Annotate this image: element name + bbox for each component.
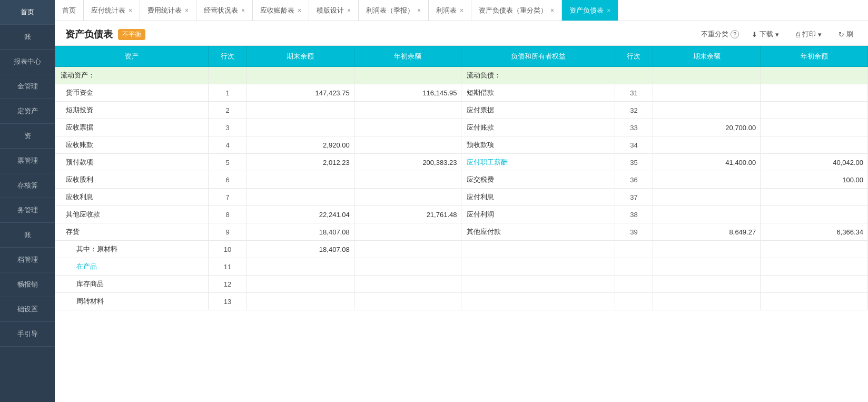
sidebar-item-investment[interactable]: 资 bbox=[0, 124, 55, 149]
left-item-name: 应收账款 bbox=[55, 136, 209, 154]
left-row-num: 4 bbox=[209, 136, 247, 154]
right-begin-balance: 40,042.00 bbox=[761, 154, 868, 171]
right-row-num: 34 bbox=[615, 136, 653, 154]
right-begin-balance bbox=[761, 276, 868, 293]
tab-balance-reclassified[interactable]: 资产负债表（重分类） × bbox=[471, 0, 562, 21]
download-button[interactable]: ⬇ 下载 ▾ bbox=[747, 27, 783, 41]
left-row-num: 10 bbox=[209, 241, 247, 258]
left-begin-balance bbox=[354, 102, 461, 119]
left-begin-balance: 116,145.95 bbox=[354, 84, 461, 102]
left-row-num: 1 bbox=[209, 84, 247, 102]
sidebar-item-archive[interactable]: 档管理 bbox=[0, 248, 55, 272]
left-row-num: 13 bbox=[209, 293, 247, 310]
table-row: 其他应收款 8 22,241.04 21,761.48 应付利润 38 bbox=[55, 206, 868, 223]
close-tab-balance-reclassified[interactable]: × bbox=[550, 7, 554, 14]
section-left-label: 流动资产： bbox=[55, 67, 209, 84]
page-title-area: 资产负债表 不平衡 bbox=[65, 28, 145, 41]
close-tab-balance-sheet[interactable]: × bbox=[607, 7, 610, 14]
left-item-name: 库存商品 bbox=[55, 276, 209, 293]
left-begin-balance bbox=[354, 241, 461, 258]
left-item-name: 周转材料 bbox=[55, 293, 209, 310]
close-tab-operations[interactable]: × bbox=[241, 7, 245, 14]
tab-balance-sheet[interactable]: 资产负债表 × bbox=[562, 0, 618, 21]
sidebar-item-settings[interactable]: 础设置 bbox=[0, 297, 55, 322]
left-item-name: 存货 bbox=[55, 223, 209, 241]
sidebar-item-guide[interactable]: 手引导 bbox=[0, 322, 55, 347]
col-liabilities: 负债和所有者权益 bbox=[461, 46, 615, 67]
close-tab-expense-stats[interactable]: × bbox=[185, 7, 189, 14]
right-begin-balance bbox=[761, 293, 868, 310]
right-row-num bbox=[615, 293, 653, 310]
sidebar-item-ledger[interactable]: 账 bbox=[0, 223, 55, 248]
tab-payable-stats[interactable]: 应付统计表 × bbox=[84, 0, 140, 21]
col-end-balance-right: 期末余额 bbox=[653, 46, 761, 67]
col-begin-balance-right: 年初余额 bbox=[761, 46, 868, 67]
right-begin-balance bbox=[761, 258, 868, 276]
download-icon: ⬇ bbox=[752, 31, 757, 38]
right-item-name bbox=[461, 258, 615, 276]
left-row-num: 12 bbox=[209, 276, 247, 293]
close-tab-receivable-aging[interactable]: × bbox=[298, 7, 301, 14]
left-end-balance: 22,241.04 bbox=[246, 206, 354, 223]
refresh-button[interactable]: ↻ 刷 bbox=[834, 27, 857, 41]
left-row-num: 2 bbox=[209, 102, 247, 119]
col-assets: 资产 bbox=[55, 46, 209, 67]
right-end-balance bbox=[653, 276, 761, 293]
tab-home[interactable]: 首页 bbox=[55, 0, 84, 21]
left-begin-balance bbox=[354, 276, 461, 293]
left-end-balance: 18,407.08 bbox=[246, 223, 354, 241]
sidebar-item-assets[interactable]: 定资产 bbox=[0, 99, 55, 124]
right-row-num bbox=[615, 258, 653, 276]
sidebar-item-inventory[interactable]: 存核算 bbox=[0, 173, 55, 198]
close-tab-payable-stats[interactable]: × bbox=[129, 7, 132, 14]
section-right-label: 流动负债： bbox=[461, 67, 615, 84]
right-begin-balance: 6,366.34 bbox=[761, 223, 868, 241]
left-begin-balance: 200,383.23 bbox=[354, 154, 461, 171]
left-end-balance bbox=[246, 189, 354, 206]
left-end-balance: 18,407.08 bbox=[246, 241, 354, 258]
table-row: 在产品 11 bbox=[55, 258, 868, 276]
left-row-num: 3 bbox=[209, 119, 247, 136]
right-item-name: 应付利润 bbox=[461, 206, 615, 223]
table-row: 应收股利 6 应交税费 36 100.00 bbox=[55, 171, 868, 189]
sidebar-item-account[interactable]: 账 bbox=[0, 25, 55, 50]
right-end-balance bbox=[653, 258, 761, 276]
left-item-name: 应收票据 bbox=[55, 119, 209, 136]
right-row-num: 31 bbox=[615, 84, 653, 102]
table-header-row: 资产 行次 期末余额 年初余额 负债和所有者权益 行次 期末余额 年初余额 bbox=[55, 46, 868, 67]
tab-expense-stats[interactable]: 费用统计表 × bbox=[140, 0, 196, 21]
section-current-assets: 流动资产： 流动负债： bbox=[55, 67, 868, 84]
print-button[interactable]: ⎙ 打印 ▾ bbox=[792, 27, 826, 41]
close-tab-profit-quarterly[interactable]: × bbox=[417, 7, 421, 14]
right-begin-balance bbox=[761, 189, 868, 206]
table-row: 应收票据 3 应付账款 33 20,700.00 bbox=[55, 119, 868, 136]
table-row: 库存商品 12 bbox=[55, 276, 868, 293]
sidebar-item-tax[interactable]: 务管理 bbox=[0, 198, 55, 223]
tab-receivable-aging[interactable]: 应收账龄表 × bbox=[253, 0, 309, 21]
close-tab-template-design[interactable]: × bbox=[347, 7, 351, 14]
right-item-name: 应付利息 bbox=[461, 189, 615, 206]
left-item-name: 预付款项 bbox=[55, 154, 209, 171]
no-reclassify-label: 不重分类 bbox=[701, 30, 728, 39]
right-end-balance bbox=[653, 189, 761, 206]
right-item-name: 预收款项 bbox=[461, 136, 615, 154]
tab-operations[interactable]: 经营状况表 × bbox=[196, 0, 253, 21]
tab-template-design[interactable]: 模版设计 × bbox=[309, 0, 359, 21]
sidebar-item-finance[interactable]: 金管理 bbox=[0, 74, 55, 99]
right-row-num: 37 bbox=[615, 189, 653, 206]
close-tab-profit[interactable]: × bbox=[460, 7, 463, 14]
right-row-num: 36 bbox=[615, 171, 653, 189]
sidebar-item-reports[interactable]: 报表中心 bbox=[0, 50, 55, 74]
tab-profit[interactable]: 利润表 × bbox=[429, 0, 471, 21]
main-content: 首页 应付统计表 × 费用统计表 × 经营状况表 × 应收账龄表 × 模版设计 … bbox=[55, 0, 868, 402]
download-chevron-icon: ▾ bbox=[775, 31, 779, 38]
table-row: 存货 9 18,407.08 其他应付款 39 8,649.27 6,366.3… bbox=[55, 223, 868, 241]
sidebar-item-home[interactable]: 首页 bbox=[0, 0, 55, 25]
no-reclassify-option[interactable]: 不重分类 ? bbox=[701, 30, 739, 39]
tab-profit-quarterly[interactable]: 利润表（季报） × bbox=[359, 0, 429, 21]
left-begin-balance bbox=[354, 258, 461, 276]
sidebar-item-expense[interactable]: 畅报销 bbox=[0, 272, 55, 297]
question-icon[interactable]: ? bbox=[731, 30, 739, 38]
col-end-balance-left: 期末余额 bbox=[246, 46, 354, 67]
sidebar-item-tickets[interactable]: 票管理 bbox=[0, 149, 55, 173]
